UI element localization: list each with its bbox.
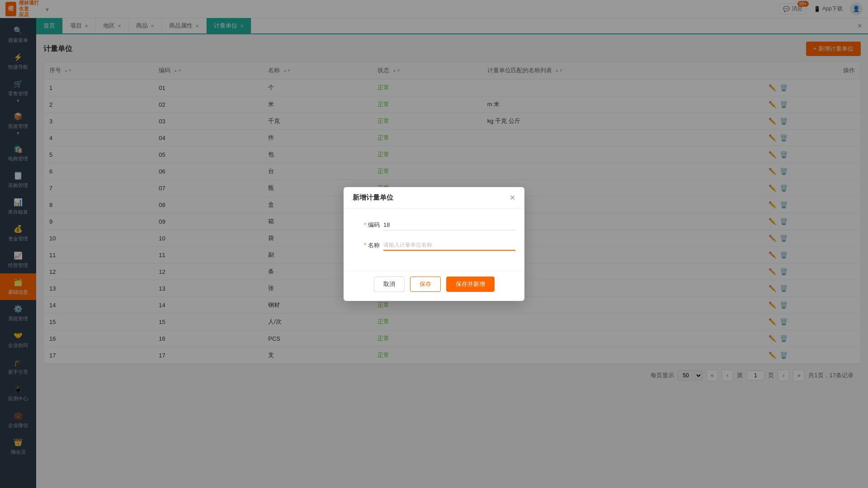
code-input[interactable]	[383, 220, 515, 230]
add-unit-modal: 新增计量单位 ✕ * 编码 * 名称 取消 保存 保存并新增	[344, 187, 524, 301]
modal-footer: 取消 保存 保存并新增	[344, 271, 524, 301]
cancel-button[interactable]: 取消	[374, 277, 405, 292]
required-star-name: *	[364, 242, 366, 249]
form-row-code: * 编码	[353, 220, 515, 230]
modal-title: 新增计量单位	[353, 193, 393, 202]
modal-close-button[interactable]: ✕	[509, 193, 515, 202]
required-star-code: *	[364, 221, 366, 228]
form-label-code: * 编码	[353, 221, 380, 229]
save-new-button[interactable]: 保存并新增	[446, 277, 495, 292]
modal-body: * 编码 * 名称	[344, 209, 524, 271]
name-input[interactable]	[383, 239, 515, 251]
form-row-name: * 名称	[353, 239, 515, 251]
modal-overlay: 新增计量单位 ✕ * 编码 * 名称 取消 保存 保存并新增	[0, 0, 868, 488]
save-button[interactable]: 保存	[410, 277, 441, 292]
form-label-name: * 名称	[353, 241, 380, 249]
modal-header: 新增计量单位 ✕	[344, 187, 524, 209]
